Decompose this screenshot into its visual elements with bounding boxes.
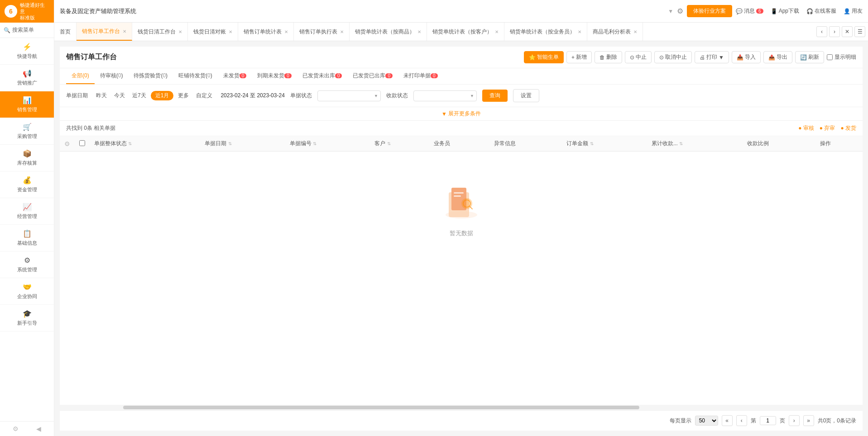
- stop-button[interactable]: ⊙ 中止: [625, 51, 652, 63]
- show-detail-checkbox-label[interactable]: 显示明细: [827, 53, 856, 61]
- filter-tab-not-printed[interactable]: 未打印单据0: [398, 68, 443, 84]
- filter-tab-not-shipped[interactable]: 未发货0: [218, 68, 252, 84]
- number-sort-icon[interactable]: ⇅: [313, 141, 317, 146]
- query-button[interactable]: 查询: [482, 90, 508, 102]
- tab-close-sales-exec[interactable]: ✕: [340, 29, 344, 34]
- cancel-review-action-link[interactable]: ● 弃审: [820, 124, 835, 132]
- sidebar-item-guide[interactable]: 🎓 新手引导: [0, 305, 54, 332]
- sidebar-collapse-icon[interactable]: ◀: [36, 425, 41, 432]
- table-settings-icon[interactable]: ⚙: [64, 140, 70, 147]
- industry-solution-button[interactable]: 体验行业方案: [687, 5, 732, 17]
- tab-close-cash-daily[interactable]: ✕: [178, 29, 182, 34]
- scrollbar-thumb[interactable]: [123, 406, 639, 409]
- last1month-btn[interactable]: 近1月: [151, 91, 174, 100]
- tab-gross-analysis[interactable]: 商品毛利分析表 ✕: [587, 23, 643, 41]
- tab-close-sales-stats[interactable]: ✕: [284, 29, 288, 34]
- sidebar-item-finance[interactable]: 💰 资金管理: [0, 171, 54, 198]
- tab-close-sales-summary-customer[interactable]: ✕: [495, 29, 499, 34]
- refresh-button[interactable]: 🔄 刷新: [795, 51, 824, 63]
- th-checkbox[interactable]: [75, 136, 90, 152]
- tab-sales-workbench[interactable]: 销售订单工作台 ✕: [77, 23, 132, 41]
- th-settings[interactable]: ⚙: [60, 136, 75, 152]
- table-scroll-container: ⚙ 单据整体状态 ⇅ 单据日期 ⇅: [60, 136, 863, 405]
- sidebar-item-basic-info[interactable]: 📋 基础信息: [0, 225, 54, 251]
- tab-menu-btn[interactable]: ☰: [854, 26, 865, 37]
- filter-tab-overdue-not-shipped[interactable]: 到期未发货0: [252, 68, 297, 84]
- review-action-link[interactable]: ● 审核: [798, 124, 814, 132]
- filter-tab-wangpu-pending[interactable]: 旺铺待发货(0): [173, 68, 218, 84]
- tab-sales-summary-staff[interactable]: 销货单统计表（按业务员） ✕: [504, 23, 587, 41]
- tab-next-btn[interactable]: ›: [829, 26, 840, 37]
- current-page-input[interactable]: [760, 416, 776, 425]
- sidebar-item-sales[interactable]: 📊 销售管理: [0, 91, 54, 118]
- sidebar-item-operations[interactable]: 📈 经营管理: [0, 198, 54, 225]
- select-all-checkbox[interactable]: [79, 140, 85, 146]
- tab-prev-btn[interactable]: ‹: [816, 26, 827, 37]
- amount-sort-icon[interactable]: ⇅: [590, 141, 594, 146]
- sidebar-item-marketing[interactable]: 📢 营销推广: [0, 65, 54, 91]
- sidebar-item-inventory[interactable]: 📦 库存核算: [0, 145, 54, 171]
- date-sort-icon[interactable]: ⇅: [228, 141, 232, 146]
- horizontal-scrollbar[interactable]: [60, 405, 863, 410]
- tab-sales-stats[interactable]: 销售订单统计表 ✕: [238, 23, 294, 41]
- review-circle-icon: ●: [798, 125, 801, 131]
- page-size-select[interactable]: 50 10 20 100: [695, 416, 718, 426]
- last-page-button[interactable]: »: [803, 415, 814, 426]
- import-button[interactable]: 📥 导入: [732, 51, 761, 63]
- tab-close-gross-analysis[interactable]: ✕: [633, 29, 637, 34]
- print-button[interactable]: 🖨 打印 ▼: [695, 51, 729, 63]
- sidebar-item-quick-nav[interactable]: ⚡ 快捷导航: [0, 38, 54, 65]
- tab-sales-exec[interactable]: 销售订单执行表 ✕: [294, 23, 350, 41]
- tab-sales-summary-product[interactable]: 销货单统计表（按商品） ✕: [350, 23, 427, 41]
- last7-btn[interactable]: 近7天: [129, 91, 149, 100]
- show-detail-checkbox[interactable]: [827, 54, 833, 60]
- online-support-action[interactable]: 🎧 在线客服: [806, 7, 836, 15]
- filter-tab-pending-inspect[interactable]: 待拣货验货(0): [128, 68, 173, 84]
- sidebar-search[interactable]: 🔍 搜索菜单: [0, 23, 54, 38]
- smart-create-button[interactable]: ⭐ 智能生单: [524, 51, 564, 63]
- sidebar-item-purchase[interactable]: 🛒 采购管理: [0, 118, 54, 145]
- filter-tab-pending-review[interactable]: 待审核(0): [95, 68, 129, 84]
- topbar-dropdown-icon[interactable]: ▼: [668, 8, 673, 14]
- pay-status-select[interactable]: [413, 90, 477, 101]
- sidebar-item-enterprise[interactable]: 🤝 企业协同: [0, 278, 54, 305]
- first-page-button[interactable]: «: [722, 415, 733, 426]
- custom-date-btn[interactable]: 自定义: [193, 91, 215, 100]
- yesterday-btn[interactable]: 昨天: [93, 91, 110, 100]
- tab-sales-summary-customer[interactable]: 销货单统计表（按客户） ✕: [427, 23, 504, 41]
- ship-action-link[interactable]: ● 发货: [840, 124, 856, 132]
- add-button[interactable]: + 新增: [566, 51, 592, 63]
- sidebar-item-system[interactable]: ⚙ 系统管理: [0, 251, 54, 278]
- user-action[interactable]: 👤 用友: [844, 7, 863, 15]
- customer-sort-icon[interactable]: ⇅: [387, 141, 391, 146]
- collected-sort-icon[interactable]: ⇅: [679, 141, 683, 146]
- tab-close-sales-summary-product[interactable]: ✕: [417, 29, 421, 34]
- more-date-btn[interactable]: 更多: [175, 91, 192, 100]
- svg-rect-3: [454, 192, 464, 194]
- tab-cash-daily[interactable]: 钱货日清工作台 ✕: [132, 23, 188, 41]
- tab-close-sales-workbench[interactable]: ✕: [123, 29, 126, 34]
- topbar-settings-icon[interactable]: ⚙: [677, 7, 683, 15]
- status-select[interactable]: [317, 90, 381, 101]
- cancel-stop-button[interactable]: ⊙ 取消中止: [654, 51, 692, 63]
- tab-cash-reconcile[interactable]: 钱货日清对账 ✕: [188, 23, 238, 41]
- tab-close-cash-reconcile[interactable]: ✕: [229, 29, 232, 34]
- next-page-button[interactable]: ›: [789, 415, 800, 426]
- tab-close-all-btn[interactable]: ✕: [842, 26, 853, 37]
- prev-page-button[interactable]: ‹: [736, 415, 747, 426]
- status-sort-icon[interactable]: ⇅: [128, 141, 132, 146]
- expand-filters-button[interactable]: ▼ 展开更多条件: [441, 110, 481, 118]
- sidebar-settings-icon[interactable]: ⚙: [13, 425, 19, 432]
- app-download-action[interactable]: 📱 App下载: [771, 7, 799, 15]
- filter-tab-all[interactable]: 全部(0): [66, 68, 95, 84]
- tab-home[interactable]: 首页: [54, 23, 77, 41]
- today-btn[interactable]: 今天: [111, 91, 128, 100]
- export-button[interactable]: 📤 导出: [763, 51, 792, 63]
- tabbar: 首页 销售订单工作台 ✕ 钱货日清工作台 ✕ 钱货日清对账 ✕ 销售订单统计表 …: [54, 23, 868, 41]
- message-action[interactable]: 💬 消息 6: [736, 7, 763, 15]
- filter-tab-shipped-not-out[interactable]: 已发货未出库0: [297, 68, 348, 84]
- tab-close-sales-summary-staff[interactable]: ✕: [578, 29, 581, 34]
- filter-settings-button[interactable]: 设置: [513, 89, 539, 102]
- filter-tab-shipped-out[interactable]: 已发货已出库0: [347, 68, 398, 84]
- delete-button[interactable]: 🗑 删除: [595, 51, 622, 63]
